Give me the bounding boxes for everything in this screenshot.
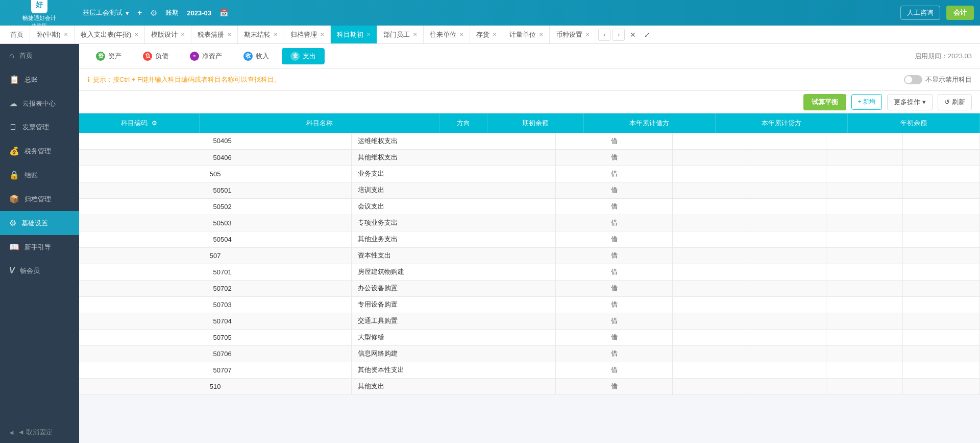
sidebar-item-ledger[interactable]: 📋 总账 [0,67,79,91]
tab-currency-close[interactable]: ✕ [585,32,590,37]
tab-mid-close[interactable]: ✕ [64,32,68,37]
tab-unit-close[interactable]: ✕ [539,32,543,37]
cell-direction: 借 [556,231,673,247]
cell-name: 资本性支出 [352,247,556,264]
table-row[interactable]: 505业务支出借 [79,166,980,182]
sidebar-item-basic[interactable]: ⚙ 基础设置 [0,211,79,235]
human-service-btn[interactable]: 人工咨询 [900,6,940,20]
table-row[interactable]: 50705大型修缮借 [79,329,980,345]
cell-ytd-balance [903,313,980,329]
tab-mid[interactable]: 卧(中期) ✕ [30,26,75,44]
toggle-track[interactable] [904,75,922,84]
table-row[interactable]: 50702办公设备购置借 [79,280,980,296]
more-actions-btn[interactable]: 更多操作 ▾ [887,94,933,110]
tab-partners[interactable]: 往来单位 ✕ [424,26,470,44]
tab-partners-close[interactable]: ✕ [459,32,463,37]
table-row[interactable]: 50504其他业务支出借 [79,231,980,247]
cell-period-balance [672,378,749,394]
tab-close-all[interactable]: ✕ [627,29,639,41]
sub-tab-liability[interactable]: 负 负债 [134,48,177,64]
tab-scroll-left[interactable]: ‹ [598,29,610,41]
sidebar-item-reports[interactable]: ☁ 云报表中心 [0,91,79,115]
sidebar-member-label: 畅会员 [20,266,40,275]
tab-archive[interactable]: 归档管理 ✕ [284,26,331,44]
sidebar-item-invoice[interactable]: 🗒 发票管理 [0,115,79,139]
cell-period-balance [672,149,749,166]
sub-tab-expense[interactable]: 支 支出 [282,48,325,64]
table-row[interactable]: 50704交通工具购置借 [79,313,980,329]
tab-income-report-close[interactable]: ✕ [134,32,138,37]
tab-template[interactable]: 模版设计 ✕ [145,26,191,44]
sub-tab-asset[interactable]: 资 资产 [87,48,130,64]
tab-tax[interactable]: 税表清册 ✕ [191,26,238,44]
sidebar-collapse-btn[interactable]: ◄ ◄ 取消固定 [0,422,79,443]
tab-dept[interactable]: 部门员工 ✕ [377,26,424,44]
tab-home[interactable]: 首页 [4,26,30,44]
calc-balance-btn[interactable]: 试算平衡 [803,94,846,110]
company-dropdown-icon[interactable]: ▾ [126,9,129,17]
tab-dept-close[interactable]: ✕ [413,32,417,37]
tab-archive-close[interactable]: ✕ [320,32,324,37]
table-scroll-area[interactable]: 50405运维维权支出借50406其他维权支出借505业务支出借50501培训支… [79,133,980,443]
toggle-thumb [905,76,912,83]
tab-subject-init-close[interactable]: ✕ [366,32,371,37]
tab-subject-init[interactable]: 科目期初 ✕ [331,26,377,44]
calendar-icon[interactable]: 📅 [219,9,228,17]
cell-ytd-credit [826,345,903,362]
logo-text: 畅捷通好会计 [22,14,56,22]
company-selector[interactable]: 基层工会测试 ▾ [83,8,129,17]
expense-tab-icon: 支 [290,52,300,61]
tab-tax-close[interactable]: ✕ [227,32,231,37]
cell-ytd-balance [903,345,980,362]
table-row[interactable]: 50707其他资本性支出借 [79,362,980,378]
tab-unit[interactable]: 计量单位 ✕ [503,26,550,44]
sidebar-item-member[interactable]: V 畅会员 [0,259,79,283]
cell-ytd-balance [903,280,980,296]
sidebar-item-close[interactable]: 🔒 结账 [0,163,79,187]
table-row[interactable]: 50706信息网络购建借 [79,345,980,362]
cell-ytd-credit [826,231,903,247]
table-row[interactable]: 50501培训支出借 [79,182,980,198]
cell-direction: 借 [556,362,673,378]
sidebar-item-archive[interactable]: 📦 归档管理 [0,187,79,211]
cell-name: 其他资本性支出 [352,362,556,378]
refresh-btn[interactable]: ↺ 刷新 [938,94,972,110]
inventory-tab-label: 存货 [476,30,489,39]
sub-tab-net-asset[interactable]: ≡ 净资产 [181,48,231,64]
sidebar-item-home[interactable]: ⌂ 首页 [0,44,79,67]
table-row[interactable]: 50701房屋建筑物购建借 [79,264,980,280]
sidebar-item-guide[interactable]: 📖 新手引导 [0,235,79,259]
cell-direction: 借 [556,296,673,313]
add-subject-btn[interactable]: + 新增 [851,94,882,110]
cell-code: 50702 [79,280,352,296]
toggle-disable-subjects[interactable]: 不显示禁用科目 [904,75,972,84]
table-row[interactable]: 50405运维维权支出借 [79,133,980,149]
cell-ytd-balance [903,215,980,231]
settings-icon[interactable]: ⚙ [150,8,157,18]
tab-template-close[interactable]: ✕ [181,32,185,37]
table-row[interactable]: 50502会议支出借 [79,198,980,215]
table-row[interactable]: 510其他支出借 [79,378,980,394]
tab-period-end[interactable]: 期末结转 ✕ [238,26,284,44]
sidebar-item-tax[interactable]: 💰 税务管理 [0,139,79,163]
cell-code: 50405 [79,133,352,149]
cell-period-balance [672,198,749,215]
account-btn[interactable]: 会计 [946,6,974,20]
tab-currency[interactable]: 币种设置 ✕ [550,26,596,44]
home-tab-label: 首页 [10,30,23,39]
column-settings-icon[interactable]: ⚙ [152,120,157,127]
tab-maximize[interactable]: ⤢ [641,29,653,41]
cell-direction: 借 [556,264,673,280]
sub-tab-income[interactable]: 收 收入 [235,48,278,64]
tab-inventory[interactable]: 存货 ✕ [470,26,503,44]
tab-period-end-close[interactable]: ✕ [274,32,278,37]
table-row[interactable]: 50503专项业务支出借 [79,215,980,231]
table-row[interactable]: 507资本性支出借 [79,247,980,264]
tab-scroll-right[interactable]: › [612,29,625,41]
add-company-icon[interactable]: + [137,8,142,17]
cell-code: 507 [79,247,352,264]
table-row[interactable]: 50406其他维权支出借 [79,149,980,166]
tab-income-report[interactable]: 收入支出表(年报) ✕ [75,26,145,44]
tab-inventory-close[interactable]: ✕ [493,32,497,37]
table-row[interactable]: 50703专用设备购置借 [79,296,980,313]
